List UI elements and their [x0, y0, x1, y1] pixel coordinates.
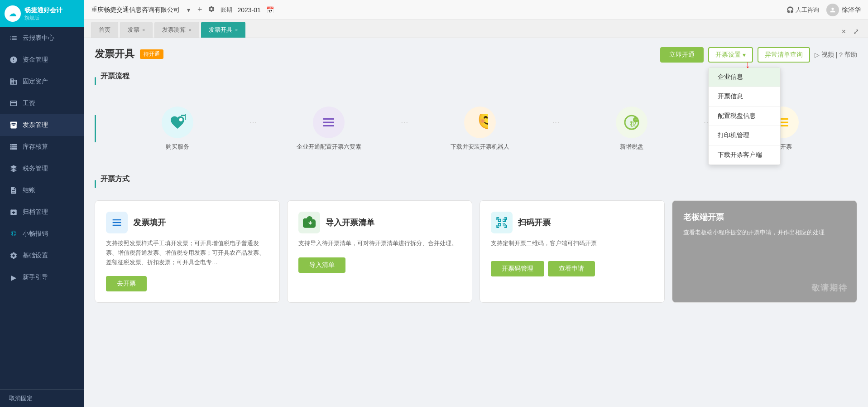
settings-dropdown-menu: → 企业信息 开票信息 配置税盘信息 打印机管理 — [708, 67, 781, 165]
section-line — [95, 77, 96, 85]
view-apply-button[interactable]: 查看申请 — [548, 261, 595, 276]
invoice-icon — [9, 121, 18, 130]
tab-expand-button[interactable]: ⤢ — [851, 25, 861, 38]
sidebar-item-zijin[interactable]: 资金管理 — [0, 49, 84, 71]
tab-invoice-calc-close[interactable]: × — [188, 27, 191, 33]
play-icon: ▷ — [815, 51, 820, 58]
dropdown-item-printer[interactable]: 打印机管理 — [709, 126, 780, 145]
dropdown-item-company-info[interactable]: 企业信息 — [709, 68, 780, 87]
tab-invoice-open[interactable]: 发票开具 × — [201, 22, 245, 38]
svg-text:+: + — [180, 114, 186, 126]
username: 徐泽华 — [842, 6, 861, 14]
scan-card-header: 扫码开票 — [491, 212, 653, 233]
settle-icon — [9, 186, 18, 195]
calendar-icon[interactable]: 📅 — [266, 6, 274, 14]
process-section-title: 开票流程 — [101, 72, 129, 81]
process-step-config: 企业开通配置开票六要素 — [254, 107, 403, 151]
consult-button[interactable]: 🎧 人工咨询 — [786, 6, 819, 14]
page-content: 发票开具 待开通 立即开通 开票设置 ▾ → 企业信息 — [84, 38, 868, 407]
top-actions: 立即开通 开票设置 ▾ → 企业信息 开票信息 — [660, 47, 857, 63]
import-card-header: 导入开票清单 — [298, 212, 461, 233]
period-value: 2023-01 — [238, 6, 261, 14]
svg-text:😊: 😊 — [477, 114, 488, 131]
dropdown-item-download-client[interactable]: 下载开票客户端 — [709, 145, 780, 165]
sidebar-item-shuiwu[interactable]: 税务管理 — [0, 158, 84, 179]
scan-icon — [491, 212, 513, 233]
tab-invoice[interactable]: 发票 × — [120, 22, 153, 38]
archive-icon — [9, 208, 18, 217]
page-title: 发票开具 — [95, 47, 134, 61]
billing-card-fill: 发票填开 支持按照发票样式手工填开发票；可开具增值税电子普通发票、增值税普通发票… — [95, 200, 280, 303]
import-button[interactable]: 导入清单 — [298, 257, 345, 273]
sidebar-item-guidang[interactable]: 归档管理 — [0, 201, 84, 223]
header-right: 🎧 人工咨询 徐泽华 — [786, 4, 861, 16]
separator: | — [836, 51, 838, 58]
tab-invoice-calc[interactable]: 发票测算 × — [154, 22, 199, 38]
fill-card-header: 发票填开 — [106, 212, 269, 233]
scan-buttons: 开票码管理 查看申请 — [491, 257, 653, 276]
process-step-buy: + 购买服务 — [103, 107, 252, 151]
help-icon: ? — [839, 51, 843, 58]
tab-invoice-close[interactable]: × — [142, 27, 145, 33]
sidebar-item-yunbao[interactable]: 云报表中心 — [0, 27, 84, 49]
sidebar-item-fapiao[interactable]: 发票管理 — [0, 114, 84, 136]
fill-go-button[interactable]: 去开票 — [106, 276, 147, 291]
billing-card-scan: 扫码开票 支持定制开票二维码，客户端可扫码开票 开票码管理 查看申请 — [480, 200, 665, 303]
logo: ☁ 畅捷通好会计 旗舰版 — [0, 0, 84, 27]
billing-section: 开票方式 发票填开 支持按照发票样式手工填开发票；可开具增值税电子普通发票、增值… — [95, 174, 857, 303]
qrcode-manage-button[interactable]: 开票码管理 — [491, 261, 544, 276]
storage-icon — [9, 142, 18, 151]
company-name: 重庆畅捷交通信息咨询有限公司 — [91, 6, 180, 14]
sidebar-item-xiaochang[interactable]: © 小畅报销 — [0, 223, 84, 245]
user-info[interactable]: 徐泽华 — [826, 4, 861, 16]
tabs-actions: × ⤢ — [840, 25, 861, 38]
sidebar-item-jichu[interactable]: 基础设置 — [0, 245, 84, 266]
tax-icon — [9, 164, 18, 173]
guide-icon: ▶ — [9, 273, 18, 282]
billing-card-import: 导入开票清单 支持导入待开票清单，可对待开票清单进行拆分、合并处理。 导入清单 — [287, 200, 472, 303]
tab-home[interactable]: 首页 — [91, 22, 118, 38]
sidebar-unpin[interactable]: 取消固定 — [0, 389, 84, 407]
sidebar-item-jiezhang[interactable]: 结账 — [0, 179, 84, 201]
building-icon — [9, 77, 18, 86]
svg-text:+: + — [634, 117, 638, 123]
sidebar-item-gudingzichan[interactable]: 固定资产 — [0, 71, 84, 92]
billing-cards: 发票填开 支持按照发票样式手工填开发票；可开具增值税电子普通发票、增值税普通发票… — [95, 200, 857, 303]
chevron-down-icon: ▾ — [743, 51, 746, 58]
header-settings-icon[interactable] — [208, 5, 215, 15]
download-icon: 😊 — [464, 107, 496, 138]
settings-icon — [9, 251, 18, 260]
red-arrow-icon: → — [742, 60, 754, 70]
activate-button[interactable]: 立即开通 — [660, 47, 704, 63]
fill-icon — [106, 212, 128, 233]
sidebar-item-xinshou[interactable]: ▶ 新手引导 — [0, 266, 84, 288]
sidebar-item-gongzi[interactable]: 工资 — [0, 92, 84, 114]
dropdown-item-tax-disk[interactable]: 配置税盘信息 — [709, 107, 780, 126]
company-dropdown-icon[interactable]: ▾ — [187, 6, 190, 14]
overlay-text: 敬请期待 — [811, 282, 848, 293]
process-step-download: 😊 下载并安装开票机器人 — [406, 107, 555, 151]
boss-card-header: 老板端开票 — [683, 212, 846, 223]
process-divider — [95, 115, 96, 142]
tax-disk-icon: 税+ — [616, 107, 647, 138]
salary-icon — [9, 99, 18, 108]
tabs-bar: 首页 发票 × 发票测算 × 发票开具 × × ⤢ — [84, 20, 868, 38]
tab-close-button[interactable]: × — [840, 26, 848, 38]
sidebar-item-kucun[interactable]: 库存核算 — [0, 136, 84, 158]
video-button[interactable]: ▷ 视频 | ? 帮助 — [815, 51, 857, 59]
report-icon: © — [9, 229, 18, 238]
abnormal-button[interactable]: 异常清单查询 — [758, 47, 810, 63]
sidebar: ☁ 畅捷通好会计 旗舰版 云报表中心 资金管理 — [0, 0, 84, 407]
process-step-tax: 税+ 新增税盘 — [557, 107, 706, 151]
chart-icon — [9, 34, 18, 43]
tab-invoice-open-close[interactable]: × — [235, 27, 238, 33]
logo-icon: ☁ — [5, 5, 21, 22]
headset-icon: 🎧 — [786, 6, 794, 13]
import-icon — [298, 212, 320, 233]
main-area: 重庆畅捷交通信息咨询有限公司 ▾ + 账期 2023-01 📅 🎧 人工咨询 徐… — [84, 0, 868, 407]
add-company-icon[interactable]: + — [197, 5, 202, 15]
dropdown-item-invoice-info[interactable]: 开票信息 — [709, 87, 780, 107]
period-label: 账期 — [221, 6, 232, 14]
billing-section-header: 开票方式 — [95, 174, 857, 193]
user-avatar — [826, 4, 839, 16]
